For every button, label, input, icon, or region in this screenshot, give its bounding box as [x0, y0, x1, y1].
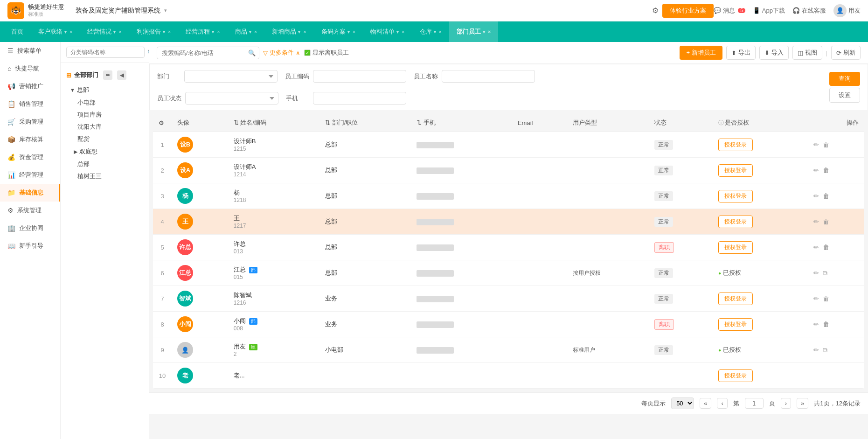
- user-button[interactable]: 👤 用友: [833, 4, 861, 17]
- system-dropdown-arrow[interactable]: ▾: [164, 7, 167, 14]
- edit-button[interactable]: ✏: [813, 167, 819, 174]
- search-input[interactable]: [157, 47, 259, 59]
- message-button[interactable]: 💬 消息 5: [714, 7, 745, 15]
- sidebar-item-system[interactable]: ⚙ 系统管理: [0, 202, 60, 219]
- dept-plant-tree[interactable]: 植树王三: [64, 170, 149, 182]
- edit-button[interactable]: ✏: [813, 269, 819, 277]
- gear-button[interactable]: ⚙: [648, 4, 662, 17]
- tab-close[interactable]: ×: [69, 29, 72, 35]
- edit-button[interactable]: ✏: [813, 321, 819, 328]
- sidebar-item-inventory[interactable]: 📦 库存核算: [0, 131, 60, 148]
- tab-employees[interactable]: 部门员工 ▾ ×: [449, 21, 498, 42]
- auth-button[interactable]: 授权登录: [718, 190, 753, 202]
- next-page-button[interactable]: ›: [781, 398, 791, 409]
- edit-button[interactable]: ✏: [813, 346, 819, 354]
- auth-button[interactable]: 授权登录: [718, 318, 753, 331]
- auth-button[interactable]: 授权登录: [718, 241, 753, 254]
- delete-button[interactable]: 🗑: [823, 295, 829, 302]
- dept-search-input[interactable]: [66, 47, 145, 58]
- dept-headquarters-child[interactable]: 总部: [64, 158, 149, 170]
- sidebar-item-sales[interactable]: 📋 销售管理: [0, 95, 60, 113]
- tab-profit[interactable]: 利润报告 ▾ ×: [129, 21, 178, 42]
- trial-button[interactable]: 体验行业方案: [662, 4, 714, 18]
- dept-all-item[interactable]: ⊞ 全部部门 ✏ ◀: [61, 67, 149, 84]
- sidebar-item-purchase[interactable]: 🛒 采购管理: [0, 113, 60, 131]
- tab-add-goods[interactable]: 新增商品 ▾ ×: [264, 21, 313, 42]
- dept-headquarters[interactable]: ▼ 总部: [64, 84, 149, 97]
- copy-button[interactable]: ⧉: [823, 269, 827, 277]
- add-employee-button[interactable]: + 新增员工: [680, 46, 722, 60]
- tab-close[interactable]: ×: [353, 29, 355, 35]
- auth-button[interactable]: 授权登录: [718, 139, 753, 151]
- edit-button[interactable]: ✏: [813, 295, 819, 302]
- edit-button[interactable]: ✏: [813, 218, 819, 225]
- tab-close[interactable]: ×: [402, 29, 404, 35]
- col-dept[interactable]: ⇅ 部门/职位: [319, 114, 411, 132]
- first-page-button[interactable]: «: [700, 398, 711, 409]
- delete-button[interactable]: 🗑: [823, 244, 829, 251]
- dept-double-think[interactable]: ▶ 双庭想: [64, 145, 149, 158]
- prev-page-button[interactable]: ‹: [717, 398, 727, 409]
- col-phone[interactable]: ⇅ 手机: [411, 114, 512, 132]
- tab-home[interactable]: 首页: [4, 21, 31, 42]
- delete-button[interactable]: 🗑: [823, 321, 829, 328]
- tab-close[interactable]: ×: [488, 29, 491, 35]
- page-number-input[interactable]: [745, 398, 764, 409]
- app-download-button[interactable]: 📱 App下载: [753, 7, 785, 15]
- delete-button[interactable]: 🗑: [823, 167, 829, 174]
- tab-barcode[interactable]: 条码方案 ▾ ×: [314, 21, 363, 42]
- auth-button[interactable]: 授权登录: [718, 164, 753, 177]
- delete-button[interactable]: 🗑: [823, 218, 829, 225]
- delete-button[interactable]: 🗑: [823, 141, 829, 148]
- col-settings[interactable]: ⚙: [153, 114, 172, 132]
- col-name[interactable]: ⇅ 姓名/编码: [228, 114, 319, 132]
- tab-close[interactable]: ×: [303, 29, 306, 35]
- edit-button[interactable]: ✏: [813, 141, 819, 148]
- refresh-button[interactable]: ⟳ 刷新: [831, 46, 861, 60]
- emp-name-filter-input[interactable]: [442, 70, 535, 83]
- tab-close[interactable]: ×: [217, 29, 220, 35]
- copy-button[interactable]: ⧉: [823, 346, 827, 354]
- last-page-button[interactable]: »: [797, 398, 808, 409]
- sidebar-item-marketing[interactable]: 📢 营销推广: [0, 77, 60, 95]
- sidebar-item-quicknav[interactable]: ⌂ 快捷导航: [0, 60, 60, 77]
- sidebar-item-search[interactable]: ☰ 搜索菜单: [0, 42, 60, 60]
- sidebar-item-operations[interactable]: 📊 经营管理: [0, 166, 60, 184]
- emp-code-filter-input[interactable]: [313, 70, 406, 83]
- sidebar-item-guide[interactable]: 📖 新手引导: [0, 237, 60, 255]
- filter-set-button[interactable]: 设置: [829, 88, 860, 103]
- dept-shenyang[interactable]: 沈阳大库: [64, 121, 149, 133]
- auth-button[interactable]: 授权登录: [718, 369, 753, 382]
- dept-collapse-btn[interactable]: ◀: [117, 70, 126, 80]
- online-service-button[interactable]: 🎧 在线客服: [792, 7, 826, 15]
- tab-operations[interactable]: 经营情况 ▾ ×: [80, 21, 129, 42]
- filter-search-button[interactable]: 查询: [829, 72, 860, 86]
- edit-button[interactable]: ✏: [813, 244, 819, 251]
- view-button[interactable]: ◫ 视图: [792, 46, 822, 60]
- tab-close[interactable]: ×: [254, 29, 257, 35]
- resigned-checkbox[interactable]: ✓: [304, 49, 311, 56]
- dept-filter-select[interactable]: [184, 70, 278, 83]
- dept-project-warehouse[interactable]: 项目库房: [64, 109, 149, 121]
- sidebar-item-enterprise[interactable]: 🏢 企业协同: [0, 219, 60, 237]
- tab-close[interactable]: ×: [439, 29, 442, 35]
- delete-button[interactable]: 🗑: [823, 192, 829, 200]
- dept-edit-icon[interactable]: ✏: [103, 70, 112, 80]
- auth-button[interactable]: 授权登录: [718, 293, 753, 305]
- tab-bom[interactable]: 物料清单 ▾ ×: [363, 21, 412, 42]
- page-size-select[interactable]: 50: [671, 397, 694, 409]
- sidebar-item-finance[interactable]: 💰 资金管理: [0, 148, 60, 166]
- tab-close[interactable]: ×: [168, 29, 171, 35]
- tab-customer[interactable]: 客户联络 ▾ ×: [31, 21, 80, 42]
- tab-warehouse[interactable]: 仓库 ▾ ×: [412, 21, 449, 42]
- sidebar-item-basic-info[interactable]: 📁 基础信息: [0, 184, 60, 202]
- tab-close[interactable]: ×: [118, 29, 121, 35]
- import-button[interactable]: ⬇ 导入: [759, 46, 789, 60]
- tab-history[interactable]: 经营历程 ▾ ×: [178, 21, 227, 42]
- tab-goods[interactable]: 商品 ▾ ×: [228, 21, 264, 42]
- emp-status-filter-select[interactable]: [185, 92, 278, 105]
- auth-button[interactable]: 授权登录: [718, 216, 753, 228]
- export-button[interactable]: ⬆ 导出: [726, 46, 756, 60]
- edit-button[interactable]: ✏: [813, 192, 819, 200]
- phone-filter-input[interactable]: [313, 92, 406, 105]
